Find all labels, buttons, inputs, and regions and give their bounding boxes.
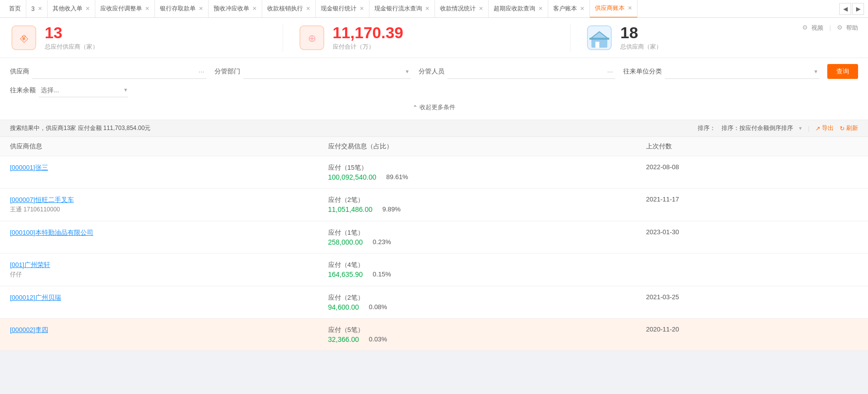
suppliers-icon: ◇ ¥ <box>10 24 38 52</box>
close-icon[interactable]: ✕ <box>85 5 90 12</box>
nav-tab-verify[interactable]: 收款核销执行 ✕ <box>262 0 316 18</box>
table-row[interactable]: [000007]恒旺二手叉车 王通 17106110000 应付（2笔） 11,… <box>0 189 868 221</box>
tx-row: 258,000.00 0.23% <box>328 237 647 246</box>
supplier-link[interactable]: [000012]广州贝瑞 <box>10 293 328 302</box>
close-icon[interactable]: ✕ <box>306 5 310 12</box>
filter-balance: 往来余额 ▾ <box>10 83 646 97</box>
supplier-link[interactable]: [000001]张三 <box>10 163 328 172</box>
table-row[interactable]: [000001]张三 应付（15笔） 100,092,540.00 89.61%… <box>0 156 868 189</box>
supplier-link[interactable]: [000002]李四 <box>10 326 328 334</box>
category-dropdown-icon[interactable]: ▾ <box>814 68 817 75</box>
refresh-button[interactable]: ↻ 刷新 <box>840 124 858 132</box>
tx-cell: 应付（4笔） 164,635.90 0.15% <box>328 261 647 278</box>
nav-prev-button[interactable]: ◀ <box>839 3 851 15</box>
video-link[interactable]: 视频 <box>811 24 823 32</box>
sort-select[interactable]: 排序：按应付余额倒序排序 <box>722 124 793 132</box>
nav-next-button[interactable]: ▶ <box>852 3 864 15</box>
stat-label-suppliers: 总应付供应商（家） <box>45 43 98 51</box>
nav-tab-3[interactable]: 3 ✕ <box>26 0 48 18</box>
dept-input[interactable] <box>245 65 406 78</box>
nav-tab-bank[interactable]: 银行存取款单 ✕ <box>155 0 209 18</box>
tx-amount: 94,600.00 <box>328 303 359 311</box>
stat-label-payable: 应付合计（万） <box>333 43 403 51</box>
supplier-link[interactable]: [000007]恒旺二手叉车 <box>10 196 328 204</box>
stat-number-suppliers: 13 <box>45 24 98 42</box>
close-icon[interactable]: ✕ <box>38 5 42 12</box>
tx-label: 应付（15笔） <box>328 163 647 172</box>
close-icon[interactable]: ✕ <box>580 5 584 12</box>
supplier-link[interactable]: [001]广州荣轩 <box>10 261 328 269</box>
tx-amount: 164,635.90 <box>328 270 363 278</box>
tx-row: 32,366.00 0.03% <box>328 334 647 343</box>
nav-tab-cash-query[interactable]: 现金银行流水查询 ✕ <box>369 0 435 18</box>
query-button[interactable]: 查询 <box>827 64 858 79</box>
nav-tab-home[interactable]: 首页 <box>4 0 26 18</box>
tx-row: 94,600.00 0.08% <box>328 302 647 311</box>
category-input-wrap: ▾ <box>665 65 820 79</box>
export-button[interactable]: ↗ 导出 <box>815 124 834 132</box>
store-icon <box>585 24 613 52</box>
close-icon[interactable]: ✕ <box>425 5 430 12</box>
stat-info-1: 13 总应付供应商（家） <box>45 24 98 51</box>
col-header-tx: 应付交易信息（占比） <box>328 142 647 151</box>
nav-tab-supplier-book[interactable]: 供应商账本 ✕ <box>590 0 638 18</box>
tx-label: 应付（5笔） <box>328 326 647 334</box>
supplier-input[interactable] <box>34 65 199 78</box>
supplier-dots-button[interactable]: ··· <box>199 67 205 75</box>
col-header-lastpay: 上次付数 <box>646 142 858 151</box>
nav-tab-receipt-stat[interactable]: 收款情况统计 ✕ <box>435 0 489 18</box>
filter-supplier: 供应商 ··· <box>10 65 207 79</box>
help-link[interactable]: 帮助 <box>846 24 858 32</box>
balance-dropdown-icon[interactable]: ▾ <box>124 86 127 93</box>
table-row[interactable]: [001]广州荣轩 仔仔 应付（4笔） 164,635.90 0.15% <box>0 254 868 286</box>
supplier-sub: 王通 17106110000 <box>10 205 328 214</box>
nav-tab-cash-stat[interactable]: 现金银行统计 ✕ <box>316 0 369 18</box>
nav-tab-customer-book[interactable]: 客户账本 ✕ <box>548 0 590 18</box>
person-input-wrap: ··· <box>447 65 615 79</box>
nav-tab-adjust[interactable]: 应收应付调整单 ✕ <box>95 0 155 18</box>
supplier-cell: [000001]张三 <box>10 163 328 172</box>
collapse-up-icon: ⌃ <box>413 104 418 111</box>
collapse-button[interactable]: ⌃ 收起更多条件 <box>10 101 858 114</box>
close-icon[interactable]: ✕ <box>538 5 543 12</box>
balance-input-wrap: ▾ <box>39 83 128 97</box>
category-input[interactable] <box>667 65 815 78</box>
balance-input[interactable] <box>41 83 124 97</box>
filter-area: 供应商 ··· 分管部门 ▾ 分管人员 ··· 往来单位分类 ▾ <box>0 58 868 120</box>
stat-block-suppliers: ◇ ¥ 13 总应付供应商（家） <box>10 24 283 52</box>
result-summary: 搜索结果中，供应商13家 应付金额 111,703,854.00元 <box>10 124 150 132</box>
supplier-cell: [001]广州荣轩 仔仔 <box>10 261 328 279</box>
tx-cell: 应付（2笔） 11,051,486.00 9.89% <box>328 196 647 213</box>
last-pay-date: 2023-01-30 <box>646 228 679 236</box>
tx-amount: 32,366.00 <box>328 335 359 343</box>
sort-dropdown-icon[interactable]: ▾ <box>799 125 802 131</box>
lastpay-cell: 2023-01-30 <box>646 228 858 236</box>
table-row[interactable]: [000100]本特勤油品有限公司 应付（1笔） 258,000.00 0.23… <box>0 221 868 254</box>
stat-info-3: 18 总供应商（家） <box>620 24 662 51</box>
tx-amount: 258,000.00 <box>328 238 363 246</box>
tx-amount: 11,051,486.00 <box>328 205 373 213</box>
table-row[interactable]: [000002]李四 应付（5笔） 32,366.00 0.03% 2020-1… <box>0 319 868 351</box>
filter-dept: 分管部门 ▾ <box>215 65 411 79</box>
nav-tab-overdue[interactable]: 超期应收款查询 ✕ <box>489 0 548 18</box>
supplier-link[interactable]: [000100]本特勤油品有限公司 <box>10 228 328 237</box>
col-header-supplier: 供应商信息 <box>10 142 328 151</box>
nav-tab-other-income[interactable]: 其他收入单 ✕ <box>48 0 95 18</box>
nav-tab-prepay[interactable]: 预收冲应收单 ✕ <box>209 0 262 18</box>
last-pay-date: 2022-08-08 <box>646 163 679 171</box>
person-dots-button[interactable]: ··· <box>607 67 613 75</box>
person-input[interactable] <box>449 65 607 78</box>
supplier-label: 供应商 <box>10 67 29 76</box>
close-icon[interactable]: ✕ <box>479 5 483 12</box>
dept-dropdown-icon[interactable]: ▾ <box>406 68 409 75</box>
close-icon[interactable]: ✕ <box>145 5 149 12</box>
close-icon[interactable]: ✕ <box>199 5 203 12</box>
table-row[interactable]: [000012]广州贝瑞 应付（2笔） 94,600.00 0.08% 2021… <box>0 286 868 319</box>
close-icon[interactable]: ✕ <box>360 5 364 12</box>
close-icon[interactable]: ✕ <box>628 5 632 11</box>
filter-row-2: 往来余额 ▾ <box>10 83 858 97</box>
last-pay-date: 2020-11-20 <box>646 326 679 333</box>
tx-amount: 100,092,540.00 <box>328 173 376 181</box>
close-icon[interactable]: ✕ <box>252 5 257 12</box>
svg-text:¥: ¥ <box>21 34 26 42</box>
